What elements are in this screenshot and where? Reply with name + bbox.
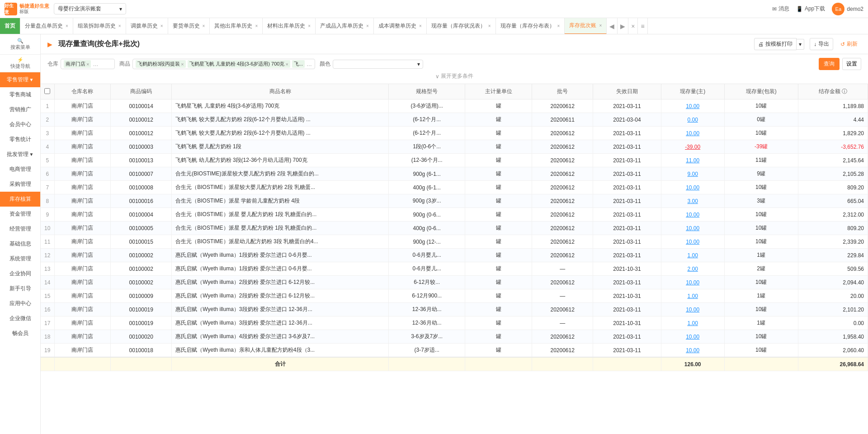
sidebar-item-system[interactable]: 系统管理 [0,251,40,266]
tab-chan-pin[interactable]: 产成品入库单历史 × [316,18,374,34]
expand-more-btn[interactable]: ∨ 展开更多条件 [47,72,861,80]
sidebar-item-finance[interactable]: 资金管理 [0,207,40,222]
sidebar-item-wholesale[interactable]: 批发管理 ▼ [0,147,40,162]
tab-xian-cun-fen[interactable]: 现存量（库存分布表） × [496,18,565,34]
cell-unit: 罐 [465,208,532,222]
cell-batch: 20200612 [532,181,593,194]
tab-prev-btn[interactable]: ◀ [607,18,618,34]
tab-yao-huo[interactable]: 要货单历史 × [168,18,210,34]
cell-qty-main[interactable]: 10.00 [661,235,724,249]
cell-qty-main[interactable]: 10.00 [661,99,724,113]
cell-qty-main[interactable]: 10.00 [661,208,724,222]
tab-cai-liao-close[interactable]: × [308,24,311,28]
product-more[interactable]: … [307,61,312,67]
cell-spec: 900g (6-1... [388,167,465,181]
cell-qty-main[interactable]: 1.00 [661,249,724,262]
expand-arrow-btn[interactable]: ▶ [47,41,52,48]
sidebar-item-purchase[interactable]: 采购管理 [0,177,40,192]
tab-qi-ta-close[interactable]: × [255,24,258,28]
tab-cai-liao[interactable]: 材料出库单历史 × [263,18,316,34]
tab-cheng-ben[interactable]: 成本调整单历史 × [374,18,427,34]
tab-fen-pan-label: 分量盘点单历史 [25,22,63,30]
product-tag-1-close[interactable]: × [181,61,184,67]
tab-menu-btn[interactable]: ≡ [638,18,647,34]
product-tag-group[interactable]: 飞鹤奶粉3段丙提装 × 飞鹤星飞帆 儿童奶粉 4段(3-6岁适用) 700克 ×… [132,59,315,69]
tab-xian-cun-fen-close[interactable]: × [557,24,560,28]
cell-qty-main[interactable]: 10.00 [661,303,724,316]
sidebar-quick-nav[interactable]: ⚡ 快捷导航 [0,55,40,72]
cell-qty-main[interactable]: 0.00 [661,113,724,127]
cell-qty-main[interactable]: 2.00 [661,262,724,276]
cell-qty-main[interactable]: 10.00 [661,276,724,289]
app-download-btn[interactable]: 📱 App下载 [796,5,825,13]
warehouse-more[interactable]: … [93,61,98,67]
store-selector[interactable]: 母婴行业演示账套 ▾ [54,3,126,14]
color-tag-group[interactable]: ▾ [333,60,423,69]
tab-yao-huo-close[interactable]: × [203,24,205,28]
cell-qty-main[interactable]: 1.00 [661,289,724,303]
settings-btn[interactable]: 设置 [842,58,861,70]
tab-qi-ta[interactable]: 其他出库单历史 × [210,18,263,34]
cell-expiry: 2021-03-11 [593,330,661,344]
cell-qty-main[interactable]: 3.00 [661,194,724,208]
cell-qty-main[interactable]: 10.00 [661,181,724,194]
user-area[interactable]: Ea demo2 [832,3,863,15]
tab-next-btn[interactable]: ▶ [618,18,628,34]
sidebar-item-wechat[interactable]: 企业微信 [0,311,40,326]
tab-zu-chai[interactable]: 组装拆卸单历史 × [73,18,126,34]
cell-qty-main[interactable]: 10.00 [661,330,724,344]
tab-cheng-ben-close[interactable]: × [419,24,422,28]
tab-home[interactable]: 首页 [0,18,20,34]
sidebar-item-marketing[interactable]: 营销推广 [0,102,40,117]
tab-close-all-btn[interactable]: × [628,18,638,34]
cell-qty-main[interactable]: 11.00 [661,154,724,167]
cell-name: 惠氏启赋（Wyeth illuma）1段奶粉 爱尔兰进口 0-6月婴... [172,249,389,262]
col-name: 商品名称 [172,84,389,99]
warehouse-tag-close[interactable]: × [86,61,89,67]
cell-name: 惠氏启赋（Wyeth illuma）4段奶粉 爱尔兰进口 3-6岁及7... [172,330,389,344]
sidebar-item-retail-stats[interactable]: 零售统计 [0,132,40,147]
sidebar-item-guide[interactable]: 新手引导 [0,281,40,296]
tab-zu-chai-close[interactable]: × [118,24,121,28]
tab-diao-bo[interactable]: 调拨单历史 × [126,18,168,34]
refresh-btn[interactable]: ↺ 刷新 [837,38,861,50]
tab-fen-pan-close[interactable]: × [66,24,68,28]
cell-qty-pkg: 10罐 [724,99,798,113]
sidebar-item-member[interactable]: 会员中心 [0,117,40,132]
sidebar-item-ecommerce[interactable]: 电商管理 [0,162,40,177]
tab-diao-bo-close[interactable]: × [160,24,163,28]
sidebar-item-app-center[interactable]: 应用中心 [0,296,40,311]
sidebar-item-operations[interactable]: 经营管理 [0,222,40,236]
message-icon: ✉ [772,6,777,12]
tab-xian-cun-zhuang[interactable]: 现存量（库存状况表） × [427,18,496,34]
tab-xian-cun-zhuang-close[interactable]: × [488,24,491,28]
sidebar-item-retail-mgmt[interactable]: 零售管理 ▼ [0,72,40,87]
cell-qty-main[interactable]: -39.00 [661,140,724,154]
warehouse-tag-group[interactable]: 南岸门店 × … [61,59,115,69]
sidebar-item-basic-info[interactable]: 基础信息 [0,236,40,251]
cell-qty-main[interactable]: 10.00 [661,222,724,235]
cell-code: 00100005 [111,222,172,235]
sidebar-search[interactable]: 🔍 搜索菜单 [0,34,40,55]
message-btn[interactable]: ✉ 消息 [772,5,789,13]
print-btn[interactable]: 🖨 按模板打印 [754,38,797,50]
cell-qty-main[interactable]: 10.00 [661,127,724,140]
sidebar-item-enterprise[interactable]: 企业协同 [0,266,40,281]
sidebar-item-inventory[interactable]: 库存核算 [0,192,40,207]
cell-qty-main[interactable]: 1.00 [661,316,724,330]
cell-qty-main[interactable]: 9.00 [661,167,724,181]
print-arrow-btn[interactable]: ▾ [797,39,804,50]
tab-ku-cun-pi-close[interactable]: × [599,23,602,28]
product-tag-2-close[interactable]: × [285,61,288,67]
cell-amount: 509.56 [798,262,868,276]
sidebar-item-retail-mall[interactable]: 零售商城 [0,87,40,102]
tab-fen-pan[interactable]: 分量盘点单历史 × [20,18,73,34]
tab-ku-cun-pi[interactable]: 库存批次账 × [565,18,607,34]
query-btn[interactable]: 查询 [819,58,840,70]
export-btn[interactable]: ↓ 导出 [810,38,833,50]
sidebar-item-member2[interactable]: 畅会员 [0,326,40,341]
select-all-checkbox[interactable] [44,88,50,94]
col-code: 商品编码 [111,84,172,99]
cell-qty-main[interactable]: 10.00 [661,344,724,358]
tab-chan-pin-close[interactable]: × [366,24,369,28]
